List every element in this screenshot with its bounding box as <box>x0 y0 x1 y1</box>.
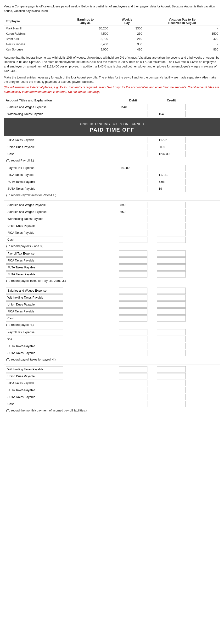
account-title-input[interactable] <box>6 172 63 178</box>
debit-input[interactable] <box>119 373 148 380</box>
account-title-input[interactable] <box>6 179 63 185</box>
credit-input[interactable] <box>157 216 186 222</box>
debit-input[interactable] <box>119 230 148 236</box>
account-title-input[interactable] <box>6 250 63 257</box>
account-title-input[interactable] <box>6 302 63 308</box>
debit-input[interactable] <box>119 250 148 257</box>
debit-input[interactable] <box>119 401 148 407</box>
debit-input[interactable] <box>119 258 148 264</box>
debit-input[interactable] <box>119 302 148 308</box>
debit-input[interactable] <box>119 343 148 349</box>
account-title-input[interactable] <box>6 387 63 393</box>
credit-input[interactable] <box>157 202 186 208</box>
debit-input[interactable] <box>119 179 148 185</box>
debit-input[interactable] <box>119 216 148 222</box>
credit-input[interactable] <box>157 271 186 278</box>
credit-input[interactable] <box>157 179 186 185</box>
account-title-input[interactable] <box>6 401 63 407</box>
account-title-input[interactable] <box>6 288 63 294</box>
debit-input[interactable] <box>119 350 148 356</box>
credit-input[interactable] <box>157 151 186 157</box>
credit-input[interactable] <box>157 373 186 380</box>
account-title-input[interactable] <box>6 394 63 400</box>
account-title-input[interactable] <box>6 165 63 171</box>
account-title-input[interactable] <box>6 373 63 380</box>
account-title-input[interactable] <box>6 144 63 150</box>
account-title-input[interactable] <box>6 111 63 117</box>
account-title-input[interactable] <box>6 336 63 342</box>
credit-input[interactable] <box>157 236 186 243</box>
credit-input[interactable] <box>157 258 186 264</box>
debit-input[interactable] <box>119 387 148 393</box>
credit-input[interactable] <box>157 230 186 236</box>
debit-input[interactable] <box>119 137 148 143</box>
debit-input[interactable] <box>119 104 148 110</box>
account-title-input[interactable] <box>6 223 63 229</box>
account-title-input[interactable] <box>6 186 63 192</box>
credit-input[interactable] <box>157 336 186 342</box>
credit-input[interactable] <box>157 144 186 150</box>
account-title-input[interactable] <box>6 264 63 270</box>
account-title-input[interactable] <box>6 202 63 208</box>
debit-input[interactable] <box>119 151 148 157</box>
credit-input[interactable] <box>157 329 186 336</box>
credit-input[interactable] <box>157 350 186 356</box>
debit-input[interactable] <box>119 366 148 372</box>
credit-input[interactable] <box>157 302 186 308</box>
account-title-input[interactable] <box>6 137 63 143</box>
credit-input[interactable] <box>157 380 186 386</box>
credit-input[interactable] <box>157 223 186 229</box>
debit-input[interactable] <box>119 223 148 229</box>
debit-input[interactable] <box>119 336 148 342</box>
debit-input[interactable] <box>119 271 148 278</box>
credit-input[interactable] <box>157 366 186 372</box>
debit-input[interactable] <box>119 315 148 322</box>
debit-input[interactable] <box>119 236 148 243</box>
credit-input[interactable] <box>157 394 186 400</box>
credit-input[interactable] <box>157 288 186 294</box>
debit-input[interactable] <box>119 394 148 400</box>
account-title-input[interactable] <box>6 271 63 278</box>
account-title-input[interactable] <box>6 258 63 264</box>
credit-input[interactable] <box>157 104 186 110</box>
debit-input[interactable] <box>119 294 148 301</box>
account-title-input[interactable] <box>6 230 63 236</box>
account-title-input[interactable] <box>6 329 63 336</box>
credit-input[interactable] <box>157 111 186 117</box>
credit-input[interactable] <box>157 186 186 192</box>
account-title-input[interactable] <box>6 294 63 301</box>
account-title-input[interactable] <box>6 380 63 386</box>
debit-input[interactable] <box>119 329 148 336</box>
credit-input[interactable] <box>157 137 186 143</box>
credit-input[interactable] <box>157 387 186 393</box>
debit-input[interactable] <box>119 172 148 178</box>
credit-input[interactable] <box>157 172 186 178</box>
credit-input[interactable] <box>157 315 186 322</box>
credit-input[interactable] <box>157 209 186 215</box>
account-title-input[interactable] <box>6 236 63 243</box>
credit-input[interactable] <box>157 343 186 349</box>
account-title-input[interactable] <box>6 315 63 322</box>
account-title-input[interactable] <box>6 104 63 110</box>
debit-input[interactable] <box>119 111 148 117</box>
debit-input[interactable] <box>119 202 148 208</box>
debit-input[interactable] <box>119 186 148 192</box>
account-title-input[interactable] <box>6 343 63 349</box>
credit-input[interactable] <box>157 308 186 314</box>
credit-input[interactable] <box>157 294 186 301</box>
debit-input[interactable] <box>119 308 148 314</box>
debit-input[interactable] <box>119 288 148 294</box>
credit-input[interactable] <box>157 250 186 257</box>
debit-input[interactable] <box>119 264 148 270</box>
credit-input[interactable] <box>157 401 186 407</box>
account-title-input[interactable] <box>6 350 63 356</box>
debit-input[interactable] <box>119 165 148 171</box>
account-title-input[interactable] <box>6 151 63 157</box>
debit-input[interactable] <box>119 144 148 150</box>
account-title-input[interactable] <box>6 209 63 215</box>
debit-input[interactable] <box>119 209 148 215</box>
account-title-input[interactable] <box>6 366 63 372</box>
credit-input[interactable] <box>157 165 186 171</box>
credit-input[interactable] <box>157 264 186 270</box>
account-title-input[interactable] <box>6 308 63 314</box>
